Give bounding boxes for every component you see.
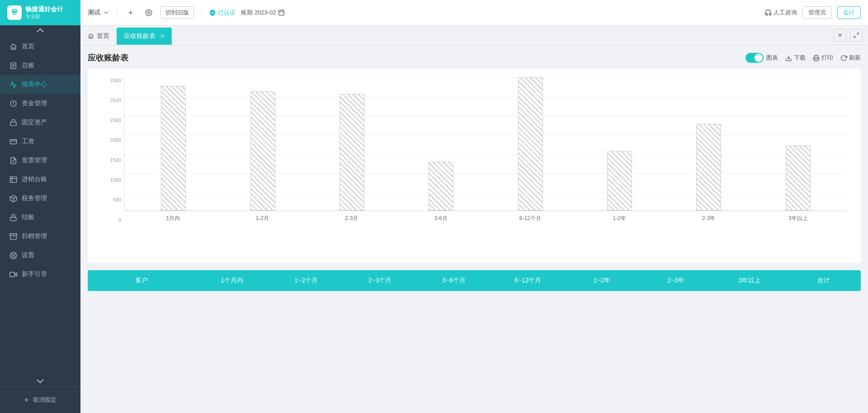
reports-icon	[9, 80, 17, 89]
sidebar-label-home: 首页	[22, 42, 34, 51]
sidebar-item-guide[interactable]: 新手引导	[0, 265, 80, 284]
invoice-icon	[9, 156, 17, 164]
sidebar-label-assets: 固定资产	[22, 118, 47, 127]
y-label-2500b: 2500	[110, 98, 121, 103]
y-label-500: 500	[113, 197, 121, 202]
th-3-6month: 3~6个月	[417, 270, 491, 291]
funds-icon	[9, 99, 17, 108]
y-label-2500c: 2500	[110, 117, 121, 123]
project-selector[interactable]: 测试	[88, 9, 109, 17]
refresh-button[interactable]: 刷新	[840, 54, 861, 62]
bar-group-4	[396, 77, 486, 211]
expand-icon	[853, 32, 859, 38]
sidebar-item-funds[interactable]: 资金管理	[0, 94, 80, 113]
sidebar-item-tax[interactable]: 税务管理	[0, 189, 80, 208]
sidebar-item-assets[interactable]: 固定资产	[0, 113, 80, 132]
chart-body: 1月内 1-2月 2-3月 3-6月 6-12个月 1-2年 2-3年 3年以上	[124, 78, 847, 222]
refresh-icon	[840, 55, 847, 61]
svg-rect-8	[10, 139, 16, 144]
bar-4	[429, 162, 453, 211]
add-project-button[interactable]	[124, 6, 137, 19]
content-area: 应收账龄表 图表 下载 打印 刷新	[80, 45, 868, 413]
settings-icon	[9, 251, 17, 259]
svg-rect-7	[10, 122, 16, 126]
sidebar-scroll-down[interactable]	[0, 378, 80, 386]
bar-group-8	[754, 77, 843, 211]
sidebar-scroll-up[interactable]	[0, 25, 80, 33]
y-label-1500: 1500	[110, 157, 121, 163]
guide-icon	[9, 270, 17, 278]
consult-label: 人工咨询	[774, 9, 797, 17]
consult-button[interactable]: 人工咨询	[764, 9, 797, 17]
y-label-2500a: 2500	[110, 78, 121, 83]
svg-line-31	[857, 33, 859, 35]
bar-group-5	[486, 77, 575, 211]
old-version-button[interactable]: 切到旧版	[160, 6, 194, 19]
role-button[interactable]: 会计	[837, 6, 861, 19]
table-header: 客户 1个月内 1~2个月 2~3个月 3~6个月 6~12个月 1~2年 2~…	[88, 270, 861, 291]
tab-aging[interactable]: 应收账龄表 ✕	[117, 28, 172, 45]
svg-point-1	[14, 10, 15, 12]
app-name: 畅捷通好会计	[25, 5, 63, 13]
sidebar-item-payroll[interactable]: 工资	[0, 132, 80, 151]
sidebar-label-reports: 报表中心	[22, 80, 47, 89]
calendar-icon[interactable]	[278, 9, 285, 16]
bar-group-7	[664, 77, 753, 211]
settings-button[interactable]	[142, 6, 155, 19]
certified-badge: 已认证	[209, 9, 236, 17]
page-title: 应收账龄表	[88, 52, 128, 63]
project-name: 测试	[88, 9, 100, 17]
sidebar-label-sales: 进销台账	[22, 175, 47, 183]
th-2-3year: 2~3年	[639, 270, 713, 291]
bar-group-3	[307, 77, 396, 211]
closing-icon	[9, 213, 17, 221]
bar-2	[250, 91, 275, 211]
period-label: 账期	[241, 9, 253, 17]
tab-aging-label: 应收账龄表	[124, 32, 156, 40]
grid-line-bottom	[124, 211, 847, 211]
page-header: 应收账龄表 图表 下载 打印 刷新	[88, 52, 861, 63]
period-value: 2023-02	[255, 9, 276, 16]
chart-toggle[interactable]	[745, 53, 764, 63]
print-button[interactable]: 打印	[813, 54, 833, 62]
home-icon	[9, 42, 17, 51]
bars-container	[124, 77, 847, 211]
sidebar-item-ledger[interactable]: 总账	[0, 56, 80, 75]
th-6-12month: 6~12个月	[491, 270, 565, 291]
bar-group-2	[218, 77, 307, 211]
sidebar-item-home[interactable]: 首页	[0, 37, 80, 56]
tab-home-label: 首页	[97, 32, 109, 40]
download-button[interactable]: 下载	[785, 54, 806, 62]
chart-container: 2500 2500 2500 2000 1500 1000 500 0	[88, 69, 861, 263]
sidebar-item-closing[interactable]: 结账	[0, 208, 80, 227]
topbar: 测试 切到旧版 已认证 账期 2023-02 人工咨询	[80, 0, 868, 25]
cancel-fixed-button[interactable]: 取消固定	[0, 391, 80, 408]
tab-close-icon[interactable]: ✕	[160, 33, 165, 39]
th-2-3month: 2~3个月	[343, 270, 417, 291]
sales-icon	[9, 175, 17, 183]
tab-close-button[interactable]	[834, 29, 846, 42]
user-button[interactable]: 管理员	[802, 6, 832, 19]
sidebar-label-payroll: 工资	[22, 137, 34, 145]
home-tab-icon	[88, 33, 94, 39]
sidebar-item-archive[interactable]: 归档管理	[0, 227, 80, 246]
shield-icon	[209, 9, 216, 16]
sidebar-item-invoice[interactable]: 发票管理	[0, 151, 80, 170]
tab-home[interactable]: 首页	[80, 28, 117, 45]
svg-line-32	[854, 36, 856, 38]
bars-area	[124, 78, 847, 211]
y-label-0: 0	[118, 217, 121, 222]
svg-rect-25	[279, 10, 284, 15]
tabbar: 首页 应收账龄表 ✕	[80, 25, 868, 45]
user-label: 管理员	[808, 9, 826, 16]
sidebar-item-reports[interactable]: 报表中心	[0, 75, 80, 94]
chart-toggle-label: 图表	[766, 54, 778, 62]
sidebar-item-settings[interactable]: 设置	[0, 246, 80, 265]
svg-rect-21	[9, 272, 14, 277]
th-1-2year: 1~2年	[565, 270, 639, 291]
svg-rect-34	[815, 58, 818, 61]
sidebar-item-sales[interactable]: 进销台账	[0, 170, 80, 189]
archive-icon	[9, 232, 17, 240]
tab-expand-button[interactable]	[850, 29, 863, 42]
sidebar-logo: 畅捷通好会计 专业版	[0, 0, 80, 25]
